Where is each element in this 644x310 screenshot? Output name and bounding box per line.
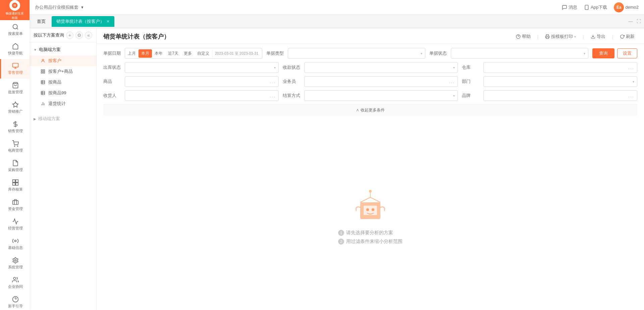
sidebar-item-operations[interactable]: 经营管理 [0, 215, 30, 234]
svg-point-8 [14, 146, 15, 147]
scheme-item-by-customer-goods[interactable]: 按客户+商品 [30, 66, 96, 77]
svg-rect-2 [12, 63, 18, 67]
window-minimize-button[interactable]: — [628, 19, 633, 24]
goods-select[interactable]: ... [125, 76, 279, 87]
sidebar-item-basics[interactable]: 基础信息 [0, 234, 30, 254]
message-button[interactable]: 消息 [562, 4, 577, 10]
scheme-panel: 按以下方案查询 + ⚙ « ▼ 电脑端方案 按客户 [30, 28, 97, 310]
desktop-group-header[interactable]: ▼ 电脑端方案 [30, 44, 96, 55]
sidebar-item-quicknav-label: 快捷导航 [8, 51, 23, 56]
settlement-select[interactable]: ▾ [304, 90, 458, 101]
print-icon [545, 34, 550, 39]
message-icon [562, 5, 567, 10]
filter-shipment-item: 出库状态 ▾ [103, 62, 279, 73]
scheme-item-by-goods-99[interactable]: 按商品99 [30, 88, 96, 98]
shipment-dropdown-icon: ▾ [274, 66, 276, 69]
breadcrumb-dropdown[interactable]: ▾ [81, 5, 84, 10]
sidebar-navigation: 搜索菜单 快捷导航 零售管理 批发管理 营销推广 销售管理 电商管理 采购管理 [0, 20, 30, 310]
sidebar-item-purchase-label: 采购管理 [8, 167, 23, 172]
app-name: 畅捷通好生意 [6, 11, 24, 16]
app-download-button[interactable]: App下载 [584, 4, 607, 10]
user-profile[interactable]: Ea demo2 [614, 2, 639, 12]
collapse-bar[interactable]: ∧ 收起更多条件 [103, 104, 637, 116]
sidebar-item-marketing[interactable]: 营销推广 [0, 98, 30, 117]
payment-select[interactable]: ▾ [304, 62, 458, 73]
doc-type-select[interactable]: ▾ [288, 48, 425, 59]
salesperson-select[interactable]: ... [304, 76, 458, 87]
sidebar-item-purchase[interactable]: 采购管理 [0, 156, 30, 176]
window-maximize-button[interactable]: ⛶ [636, 19, 641, 24]
svg-point-17 [13, 277, 16, 280]
sidebar-item-finance[interactable]: 资金管理 [0, 195, 30, 215]
scheme-item-by-customer[interactable]: 按客户 [30, 55, 96, 66]
filter-salesperson-item: 业务员 ... [283, 76, 458, 87]
query-button[interactable]: 查询 [592, 48, 614, 58]
department-select[interactable]: ▾ [483, 76, 637, 87]
help-label: 帮助 [522, 34, 531, 40]
date-range-text: 2023-03-01 至 2023-03-31 [212, 50, 261, 57]
sidebar-item-wholesale[interactable]: 批发管理 [0, 79, 30, 98]
svg-rect-45 [546, 37, 549, 39]
shipment-select[interactable]: ▾ [125, 62, 279, 73]
payment-dropdown-icon: ▾ [453, 66, 455, 69]
scheme-item-return-stats[interactable]: 退货统计 [30, 98, 96, 109]
sidebar-item-newbie[interactable]: 新手引导 [0, 293, 30, 310]
sidebar-item-system[interactable]: 系统管理 [0, 254, 30, 273]
filter-doc-status-label: 单据状态 [429, 50, 448, 56]
sidebar-item-quicknav[interactable]: 快捷导航 [0, 40, 30, 59]
refresh-button[interactable]: 刷新 [617, 32, 637, 41]
help-button[interactable]: 帮助 [513, 32, 533, 41]
export-label: 导出 [597, 34, 605, 40]
template-print-button[interactable]: 按模板打印 ▾ [542, 32, 579, 41]
svg-rect-30 [41, 72, 43, 73]
doc-type-dropdown-icon: ▾ [421, 52, 422, 55]
right-content: 销货单统计表（按客户） 帮助 | 按模板打印 ▾ | 导出 [97, 28, 644, 310]
filter-row-4: 收货人 ... 结算方式 ▾ 品牌 [103, 90, 637, 101]
warehouse-dots: ... [628, 65, 634, 70]
sidebar-item-retail[interactable]: 零售管理 [0, 59, 30, 79]
export-button[interactable]: 导出 [588, 32, 608, 41]
doc-status-select[interactable]: ▾ [451, 48, 588, 59]
filter-date-label: 单据日期 [103, 50, 122, 56]
svg-rect-48 [364, 206, 377, 215]
settlement-dropdown-icon: ▾ [453, 94, 455, 98]
mobile-group-header[interactable]: ▶ 移动端方案 [30, 113, 96, 124]
date-this-year[interactable]: 本年 [152, 49, 165, 58]
date-last-7-days[interactable]: 近7天 [165, 49, 181, 58]
scheme-header: 按以下方案查询 + ⚙ « [30, 28, 96, 43]
filter-row-1: 单据日期 上月 本月 本年 近7天 更多 自定义 2023-03-01 至 20… [103, 48, 637, 59]
svg-rect-13 [15, 183, 18, 186]
sidebar-item-inventory[interactable]: 库存核算 [0, 176, 30, 195]
filter-settings-button[interactable]: 设置 [617, 48, 637, 58]
date-more[interactable]: 更多 [181, 49, 195, 58]
tab-sales-report[interactable]: 销货单统计表（按客户） ✕ [52, 16, 114, 27]
group-expand-icon: ▼ [34, 48, 37, 52]
receiver-dots: ... [270, 93, 276, 98]
sidebar-item-search[interactable]: 搜索菜单 [0, 20, 30, 40]
tab-home[interactable]: 首页 [32, 16, 50, 27]
sidebar-item-enterprise[interactable]: 企业协同 [0, 273, 30, 293]
date-custom[interactable]: 自定义 [195, 49, 212, 58]
salesperson-dots: ... [449, 79, 455, 84]
sidebar-item-sales[interactable]: 销售管理 [0, 117, 30, 137]
scheme-item-by-goods[interactable]: 按商品 [30, 77, 96, 88]
scheme-settings-button[interactable]: ⚙ [75, 32, 83, 39]
app-download-label: App下载 [591, 4, 607, 10]
scheme-item-by-customer-label: 按客户 [48, 58, 61, 64]
date-this-month[interactable]: 本月 [139, 49, 152, 58]
date-last-month[interactable]: 上月 [125, 49, 139, 58]
warehouse-select[interactable]: ... [483, 62, 637, 73]
svg-rect-10 [12, 180, 15, 183]
tip-1-num: 1 [338, 230, 344, 236]
scheme-collapse-button[interactable]: « [85, 32, 92, 39]
filter-goods-item: 商品 ... [103, 76, 279, 87]
scheme-add-button[interactable]: + [66, 32, 73, 39]
template-print-dropdown-icon[interactable]: ▾ [574, 35, 576, 39]
sidebar-item-ecommerce[interactable]: 电商管理 [0, 137, 30, 156]
svg-point-52 [369, 190, 372, 193]
receiver-select[interactable]: ... [125, 90, 279, 101]
refresh-label: 刷新 [626, 34, 635, 40]
brand-select[interactable]: ... [483, 90, 637, 101]
tab-close-icon[interactable]: ✕ [106, 19, 110, 24]
svg-point-9 [17, 146, 18, 147]
